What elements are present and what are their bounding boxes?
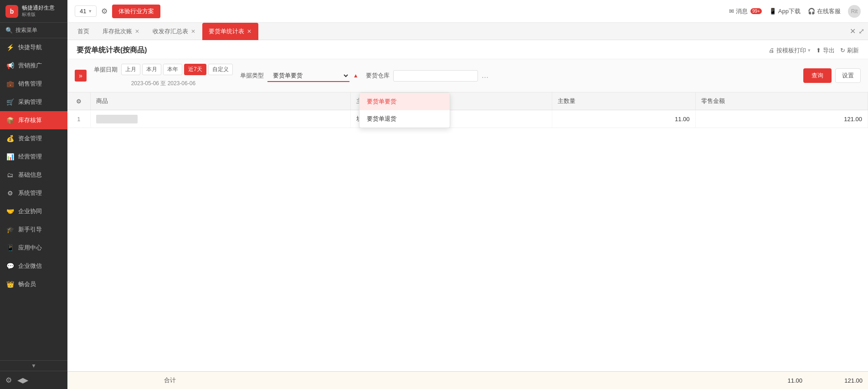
sidebar-item-finance[interactable]: 💰 资金管理: [0, 129, 67, 148]
sidebar-item-label: 采购管理: [18, 98, 42, 106]
footer-total-label: 合计: [164, 376, 200, 384]
sidebar-item-appstore[interactable]: 📱 应用中心: [0, 239, 67, 257]
guide-icon: 🎓: [5, 226, 15, 233]
col-settings: ⚙: [67, 92, 90, 110]
page-header: 要货单统计表(按商品) 🖨 按模板打印 ▾ ⬆ 导出 ↻ 刷新: [67, 40, 868, 59]
more-filters-icon[interactable]: …: [482, 72, 489, 80]
main-table: ⚙ 商品 主计量单位 主数量 零售金额 1 ██████ 块: [67, 92, 868, 128]
sidebar-search[interactable]: 🔍 搜索菜单: [0, 23, 67, 38]
system-icon: ⚙: [5, 189, 15, 197]
page-header-actions: 🖨 按模板打印 ▾ ⬆ 导出 ↻ 刷新: [769, 46, 859, 55]
basic-icon: 🗂: [5, 171, 15, 179]
service-action[interactable]: 🎧 在线客服: [808, 7, 841, 15]
tab-batch-inventory-close[interactable]: ✕: [135, 28, 139, 35]
sidebar-item-inventory[interactable]: 📦 库存核算: [0, 111, 67, 129]
filter-expand-button[interactable]: »: [75, 70, 87, 82]
sidebar-item-operations[interactable]: 📊 经营管理: [0, 148, 67, 166]
sidebar-item-label: 快捷导航: [18, 43, 42, 51]
sidebar-item-label: 系统管理: [18, 189, 42, 197]
tab-batch-inventory[interactable]: 库存批次账 ✕: [96, 23, 146, 40]
sidebar-item-label: 基础信息: [18, 171, 42, 179]
maximize-tabs-icon[interactable]: ⤢: [858, 27, 864, 36]
sidebar-item-label: 库存核算: [18, 116, 42, 124]
sidebar-item-members[interactable]: 👑 畅会员: [0, 275, 67, 293]
sidebar-item-system[interactable]: ⚙ 系统管理: [0, 184, 67, 202]
tabs-actions: ✕ ⤢: [850, 27, 864, 36]
messages-label: 消息: [736, 7, 748, 15]
company-selector[interactable]: 41 ▾: [75, 5, 97, 17]
finance-icon: 💰: [5, 135, 15, 142]
col-product: 商品: [90, 92, 350, 110]
app-download-label: App下载: [778, 7, 801, 15]
sidebar-item-quick-nav[interactable]: ⚡ 快捷导航: [0, 38, 67, 56]
tab-home[interactable]: 首页: [71, 23, 96, 40]
messages-action[interactable]: ✉ 消息 99+: [729, 7, 762, 15]
avatar-text: Rit: [851, 8, 858, 15]
trial-button[interactable]: 体验行业方案: [112, 5, 160, 18]
settings-icon[interactable]: ⚙: [5, 376, 12, 384]
dropdown-item-order[interactable]: 要货单要货: [360, 93, 450, 110]
sidebar-logo: b 畅捷通好生意 标准版: [0, 0, 67, 23]
dropdown-item-return[interactable]: 要货单退货: [360, 110, 450, 128]
print-action[interactable]: 🖨 按模板打印 ▾: [769, 46, 811, 55]
sidebar-item-sales[interactable]: 💼 销售管理: [0, 75, 67, 93]
table-row: 1 ██████ 块 11.00 121.00: [67, 110, 868, 128]
app-download-action[interactable]: 📱 App下载: [769, 7, 801, 15]
user-avatar[interactable]: Rit: [848, 5, 861, 18]
filter-bar-wrapper: » 单据日期 上月 本月 本年 近7天 自定义 2023-05-06 至 202…: [67, 59, 868, 92]
refresh-label: 刷新: [847, 46, 859, 55]
refresh-icon: ↻: [840, 47, 845, 54]
last-7days-btn[interactable]: 近7天: [184, 64, 206, 75]
last-month-btn[interactable]: 上月: [121, 64, 140, 75]
type-filter-select[interactable]: 要货单要货要货单退货: [267, 70, 349, 82]
sidebar-item-collab[interactable]: 🤝 企业协同: [0, 202, 67, 220]
refresh-action[interactable]: ↻ 刷新: [840, 46, 859, 55]
sidebar-item-label: 经营管理: [18, 153, 42, 161]
table-settings-icon[interactable]: ⚙: [76, 98, 82, 105]
message-badge: 99+: [750, 8, 762, 14]
export-action[interactable]: ⬆ 导出: [816, 46, 835, 55]
page-content: 要货单统计表(按商品) 🖨 按模板打印 ▾ ⬆ 导出 ↻ 刷新: [67, 40, 868, 389]
app-name: 畅捷通好生意: [22, 5, 55, 12]
this-year-btn[interactable]: 本年: [163, 64, 182, 75]
collapse-icon[interactable]: ◀▶: [17, 376, 28, 384]
sidebar-item-marketing[interactable]: 📢 营销推广: [0, 56, 67, 75]
tab-batch-inventory-label: 库存批次账: [103, 27, 132, 36]
custom-btn[interactable]: 自定义: [208, 64, 233, 75]
sidebar-item-label: 资金管理: [18, 134, 42, 143]
filter-type-group: 单据类型 要货单要货要货单退货 ▲: [240, 70, 359, 82]
main-area: 41 ▾ ⚙ 体验行业方案 ✉ 消息 99+ 📱 App下载 🎧 在线客服 Ri…: [67, 0, 868, 389]
sidebar-item-guide[interactable]: 🎓 新手引导: [0, 220, 67, 239]
type-select-arrow-icon[interactable]: ▲: [353, 72, 359, 79]
sidebar-item-label: 畅会员: [18, 280, 36, 288]
sidebar-footer: ⚙ ◀▶: [0, 371, 67, 389]
appstore-icon: 📱: [5, 244, 15, 251]
app-sub: 标准版: [22, 11, 55, 18]
sidebar-item-wechat[interactable]: 💬 企业微信: [0, 257, 67, 275]
sidebar-item-label: 应用中心: [18, 244, 42, 252]
export-label: 导出: [823, 46, 835, 55]
tab-requisition-stats-close[interactable]: ✕: [247, 28, 252, 35]
settings-button[interactable]: 设置: [835, 68, 861, 83]
tab-requisition-stats[interactable]: 要货单统计表 ✕: [202, 23, 258, 40]
sidebar-item-label: 新手引导: [18, 225, 42, 234]
header-settings-icon[interactable]: ⚙: [101, 7, 108, 15]
sidebar-item-purchase[interactable]: 🛒 采购管理: [0, 93, 67, 111]
this-month-btn[interactable]: 本月: [142, 64, 161, 75]
tab-receive-summary-label: 收发存汇总表: [153, 27, 188, 36]
sidebar-item-basic[interactable]: 🗂 基础信息: [0, 166, 67, 184]
table-header-row: ⚙ 商品 主计量单位 主数量 零售金额: [67, 92, 868, 110]
close-all-tabs-icon[interactable]: ✕: [850, 27, 856, 36]
query-button[interactable]: 查询: [803, 68, 832, 83]
sidebar-scroll-down[interactable]: ▼: [0, 360, 67, 371]
date-filter-label: 单据日期: [94, 66, 118, 74]
row-qty: 11.00: [552, 110, 696, 128]
warehouse-filter-input[interactable]: [393, 70, 478, 82]
tab-receive-summary-close[interactable]: ✕: [191, 28, 195, 35]
date-buttons: 上月 本月 本年 近7天 自定义: [121, 64, 233, 75]
type-filter-label: 单据类型: [240, 72, 264, 80]
tab-receive-summary[interactable]: 收发存汇总表 ✕: [146, 23, 202, 40]
header-right: ✉ 消息 99+ 📱 App下载 🎧 在线客服 Rit: [729, 5, 861, 18]
export-icon: ⬆: [816, 47, 821, 54]
header-left: 41 ▾ ⚙ 体验行业方案: [75, 5, 160, 18]
